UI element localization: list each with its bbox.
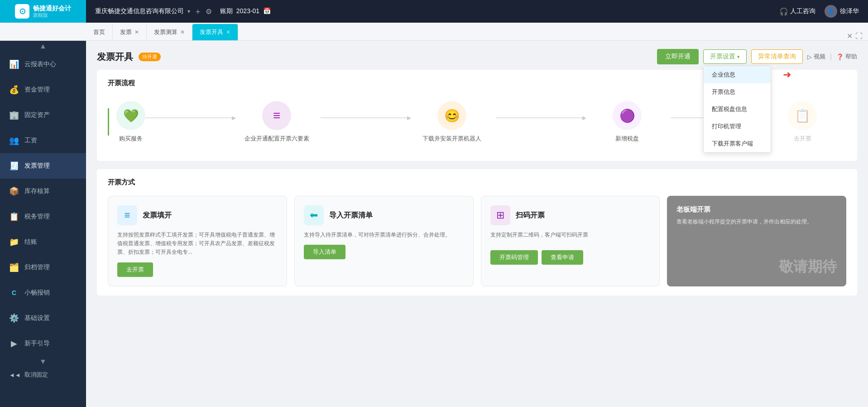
invoice-code-manage-button[interactable]: 开票码管理 [490, 250, 538, 265]
logo-area: ⊙ 畅捷通好会计 旗舰版 [0, 0, 86, 23]
step-download: 😊 下载并安装开票机器人 [408, 101, 496, 143]
tab-invoice-open-close[interactable]: ✕ [226, 29, 230, 35]
step-4-circle: 🟣 [613, 101, 642, 130]
step-2-circle: ≡ [262, 101, 291, 130]
immediate-open-button[interactable]: 立即开通 [657, 49, 699, 64]
tab-invoice-calc[interactable]: 发票测算 ✕ [147, 24, 192, 40]
logo-icon: ⊙ [15, 4, 29, 19]
sidebar-item-gongzi[interactable]: 👥 工资 [0, 128, 86, 153]
company-area[interactable]: 重庆畅捷交通信息咨询有限公司 ▾ ＋ ⚙ 账期 2023-01 📅 [86, 6, 280, 17]
user-area[interactable]: 👤 徐泽华 [825, 5, 859, 18]
list-fill-icon: ≡ [125, 209, 130, 221]
method-card-import-header: ⬅ 导入开票清单 [304, 205, 464, 225]
tab-invoice-open[interactable]: 发票开具 ✕ [192, 24, 238, 40]
dropdown-invoice-info[interactable]: 开票信息 [704, 83, 771, 101]
method-card-scan: ⊞ 扫码开票 支持定制开票二维码，客户端可扫码开票 开票码管理 查看申请 [481, 196, 660, 286]
dropdown-printer[interactable]: 打印机管理 [704, 118, 771, 135]
tab-invoice-calc-close[interactable]: ✕ [180, 29, 185, 35]
sidebar-item-xiaochang[interactable]: C 小畅报销 [0, 280, 86, 305]
window-close-button[interactable]: ✕ ⛶ [841, 32, 868, 40]
tab-invoice[interactable]: 发票 ✕ [113, 24, 147, 40]
manual-fill-icon: ≡ [117, 205, 137, 225]
anomaly-query-button[interactable]: 异常清单查询 [751, 49, 803, 64]
invoice-icon: 🧾 [9, 161, 19, 171]
logo-text: 畅捷通好会计 旗舰版 [33, 5, 71, 18]
sidebar-item-jiezhang[interactable]: 📁 结账 [0, 229, 86, 255]
view-apply-button[interactable]: 查看申请 [542, 250, 583, 265]
import-list-icon: ⬅ [304, 205, 324, 225]
robot-icon: 😊 [444, 108, 460, 123]
play-circle-icon: ▷ [807, 53, 812, 60]
step-buy-service: 💚 购买服务 [116, 101, 145, 143]
coming-soon-overlay: 敬请期待 [779, 257, 837, 277]
video-button[interactable]: ▷ 视频 [807, 53, 825, 61]
connector-2: ▶ [321, 117, 408, 118]
main-layout: ▲ 📊 云报表中心 💰 资金管理 🏢 固定资产 👥 工资 🧾 发票管理 📦 库存… [0, 41, 868, 407]
people-icon: 👥 [9, 136, 19, 145]
sidebar-item-jichushezhi[interactable]: ⚙️ 基础设置 [0, 305, 86, 331]
avatar: 👤 [825, 5, 837, 18]
method-section-title: 开票方式 [108, 178, 846, 187]
calendar-icon[interactable]: 📅 [263, 7, 271, 15]
divider: | [830, 53, 832, 61]
method-card-manual: ≡ 发票填开 支持按照发票样式手工填开发票；可开具增值税电子普通发票、增值税普通… [108, 196, 287, 286]
play-icon: ▶ [9, 339, 19, 349]
top-bar: ⊙ 畅捷通好会计 旗舰版 重庆畅捷交通信息咨询有限公司 ▾ ＋ ⚙ 账期 202… [0, 0, 868, 23]
box-icon: 📦 [9, 186, 19, 196]
top-right: 🎧 人工咨询 👤 徐泽华 [779, 5, 868, 18]
chevron-down-icon: ▾ [737, 54, 740, 60]
sidebar-item-shuiwu[interactable]: 📋 税务管理 [0, 204, 86, 229]
sidebar-scroll-up[interactable]: ▲ [0, 41, 86, 52]
method-card-scan-header: ⊞ 扫码开票 [490, 205, 651, 225]
chevron-down-icon[interactable]: ▾ [187, 8, 190, 15]
content-area: 发票开具 待开通 立即开通 开票设置 ▾ 企业信息 [86, 41, 868, 407]
step-1-circle: 💚 [116, 101, 145, 130]
method-card-manual-header: ≡ 发票填开 [117, 205, 278, 225]
add-company-button[interactable]: ＋ [194, 6, 202, 17]
settings-icon[interactable]: ⚙ [206, 7, 212, 16]
step-divider [108, 108, 109, 136]
qr-icon: ⊞ [496, 209, 504, 221]
method-section: 开票方式 ≡ 发票填开 支持按照发票样式手工填开发票；可开具增值税电子普通发票、… [97, 169, 857, 296]
step-go-invoice: 📋 去开票 [759, 101, 847, 143]
import-list-desc: 支持导入待开票清单，可对待开票清单进行拆分、合并处理。 [304, 231, 464, 239]
connector-3: ▶ [496, 117, 584, 118]
arrow-import-icon: ⬅ [310, 209, 318, 221]
manual-fill-desc: 支持按照发票样式手工填开发票；可开具增值税电子普通发票、增值税普通发票、增值税专… [117, 231, 278, 257]
tab-home[interactable]: 首页 [86, 24, 113, 40]
close-icon: ✕ [847, 32, 853, 40]
help-button[interactable]: ❓ 帮助 [836, 53, 857, 61]
import-list-button[interactable]: 导入清单 [304, 245, 345, 259]
chart-icon: 📊 [9, 59, 19, 69]
go-invoice-button[interactable]: 去开票 [117, 262, 153, 277]
sidebar-item-yunbao[interactable]: 📊 云报表中心 [0, 52, 86, 77]
sidebar-item-zijin[interactable]: 💰 资金管理 [0, 77, 86, 102]
step-add-tax: 🟣 新增税盘 [584, 101, 671, 143]
dropdown-item-wrapper: 企业信息 ➜ [704, 66, 771, 83]
sidebar-scroll-down[interactable]: ▼ [0, 356, 86, 367]
invoice-settings-button[interactable]: 开票设置 ▾ [703, 49, 747, 64]
dropdown-tax-disk[interactable]: 配置税盘信息 [704, 101, 771, 118]
tax-disk-icon: 🟣 [619, 108, 635, 123]
sidebar-item-guidang[interactable]: 🗂️ 归档管理 [0, 255, 86, 280]
sidebar-item-xinshou[interactable]: ▶ 新手引导 [0, 331, 86, 356]
dropdown-download-client[interactable]: 下载开票客户端 [704, 135, 771, 152]
step-3-circle: 😊 [437, 101, 466, 130]
c-icon: C [9, 289, 19, 296]
dropdown-company-info[interactable]: 企业信息 [704, 66, 771, 83]
sidebar-cancel-pin[interactable]: ◄◄ 取消固定 [0, 367, 86, 383]
building-icon: 🏢 [9, 110, 19, 120]
maximize-icon: ⛶ [855, 32, 863, 40]
tab-invoice-close[interactable]: ✕ [134, 29, 139, 35]
sidebar-item-fapiao[interactable]: 🧾 发票管理 [0, 153, 86, 179]
tax-icon: 📋 [9, 212, 19, 222]
sidebar-item-kucun[interactable]: 📦 库存核算 [0, 179, 86, 204]
service-button[interactable]: 🎧 人工咨询 [779, 7, 815, 16]
help-circle-icon: ❓ [836, 53, 844, 60]
headset-icon: 🎧 [779, 7, 788, 16]
boss-invoice-title: 老板端开票 [676, 205, 837, 214]
company-name: 重庆畅捷交通信息咨询有限公司 [95, 7, 184, 15]
pin-icon: ◄◄ [9, 372, 21, 378]
sidebar-item-gudingzichan[interactable]: 🏢 固定资产 [0, 102, 86, 128]
step-1-wrapper: 💚 购买服务 [108, 101, 145, 143]
